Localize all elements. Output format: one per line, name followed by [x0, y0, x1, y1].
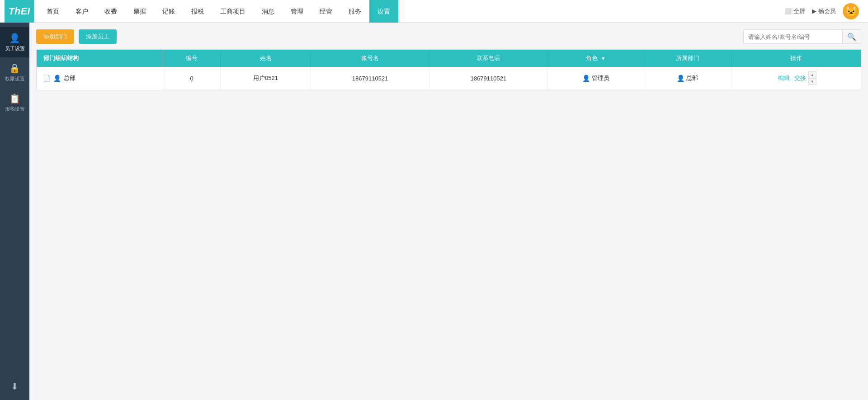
- dept-panel-header: 部门组织结构: [37, 50, 163, 67]
- sidebar-permission-label: 权限设置: [5, 75, 25, 82]
- role-filter-icon[interactable]: ▼: [601, 56, 606, 61]
- dept-item-label: 总部: [64, 74, 75, 82]
- dept-file-icon: 📄: [43, 75, 51, 82]
- col-header-role: 角色 ▼: [547, 50, 644, 67]
- search-area: 🔍: [743, 29, 861, 44]
- col-header-account: 账号名: [311, 50, 429, 67]
- handover-button[interactable]: 交接: [794, 74, 806, 82]
- dept-tree: 📄 👤 总部: [37, 67, 163, 89]
- nav-items: 首页客户收费票据记账报税工商项目消息管理经营服务设置: [34, 0, 784, 23]
- permission-icon: 🔒: [9, 63, 20, 74]
- role-name: 管理员: [592, 74, 609, 82]
- dept-panel-title: 部门组织结构: [43, 55, 79, 61]
- logo-text: ThEI: [9, 5, 30, 17]
- employee-icon: 👤: [9, 33, 20, 43]
- sidebar-item-permission[interactable]: 🔒 权限设置: [0, 57, 29, 88]
- nav-item-客户[interactable]: 客户: [67, 0, 96, 23]
- col-header-name: 姓名: [220, 50, 311, 67]
- nav-item-经营[interactable]: 经营: [311, 0, 340, 23]
- scroll-up-button[interactable]: ▲: [808, 71, 816, 78]
- fullscreen-icon: ⬜: [784, 8, 792, 14]
- sidebar-bottom: ⬇: [0, 377, 29, 400]
- dept-ref-icon: 👤: [677, 75, 684, 82]
- employee-table: 编号 姓名 账号名 联系电话 角: [163, 50, 861, 90]
- cell-actions: 编辑 交接 ▲ ▼: [731, 67, 861, 89]
- table-wrapper: 部门组织结构 📄 👤 总部 编号: [36, 49, 861, 90]
- top-navigation: ThEI 首页客户收费票据记账报税工商项目消息管理经营服务设置 ⬜ 全屏 ▶ 畅…: [0, 0, 868, 23]
- cell-phone: 18679110521: [429, 67, 548, 90]
- edit-button[interactable]: 编辑: [778, 74, 790, 82]
- col-header-actions: 操作: [731, 50, 861, 67]
- main-content: 添加部门 添加员工 🔍 部门组织结构 📄 👤 总部: [29, 23, 868, 400]
- table-header-row: 编号 姓名 账号名 联系电话 角: [163, 50, 861, 67]
- nav-item-工商项目[interactable]: 工商项目: [212, 0, 254, 23]
- row-scroll-buttons: ▲ ▼: [808, 71, 816, 85]
- nav-item-设置[interactable]: 设置: [369, 0, 398, 23]
- cell-id: 0: [163, 67, 220, 90]
- nav-item-票据[interactable]: 票据: [125, 0, 154, 23]
- nav-item-消息[interactable]: 消息: [254, 0, 283, 23]
- cell-role: 👤 管理员: [547, 67, 644, 90]
- nav-item-管理[interactable]: 管理: [283, 0, 311, 23]
- dept-panel: 部门组织结构 📄 👤 总部: [37, 50, 163, 90]
- sidebar-item-tax[interactable]: 📋 报税设置: [0, 88, 29, 118]
- nav-item-记账[interactable]: 记账: [154, 0, 183, 23]
- vip-label: 畅会员: [818, 7, 836, 15]
- sidebar-employee-label: 员工设置: [5, 45, 25, 52]
- search-icon: 🔍: [847, 33, 856, 41]
- add-emp-button[interactable]: 添加员工: [79, 29, 117, 44]
- dept-tree-item[interactable]: 📄 👤 总部: [41, 71, 158, 85]
- download-icon: ⬇: [11, 381, 19, 392]
- fullscreen-label: 全屏: [793, 7, 805, 15]
- role-icon: 👤: [582, 75, 590, 82]
- nav-item-首页[interactable]: 首页: [38, 0, 67, 23]
- nav-right: ⬜ 全屏 ▶ 畅会员 🐱: [784, 3, 859, 19]
- col-header-id: 编号: [163, 50, 220, 67]
- avatar-icon: 🐱: [845, 5, 857, 17]
- cell-account: 18679110521: [311, 67, 429, 90]
- main-layout: 👤 员工设置 🔒 权限设置 📋 报税设置 ⬇ 添加部门 添加员工 🔍: [0, 23, 868, 400]
- nav-item-收费[interactable]: 收费: [96, 0, 125, 23]
- nav-item-报税[interactable]: 报税: [183, 0, 212, 23]
- sidebar: 👤 员工设置 🔒 权限设置 📋 报税设置 ⬇: [0, 23, 29, 400]
- sidebar-item-employee[interactable]: 👤 员工设置: [0, 27, 29, 57]
- sidebar-tax-label: 报税设置: [5, 106, 25, 113]
- vip-button[interactable]: ▶ 畅会员: [812, 7, 836, 15]
- employee-panel: 编号 姓名 账号名 联系电话 角: [163, 50, 861, 90]
- vip-icon: ▶: [812, 8, 816, 14]
- user-avatar[interactable]: 🐱: [843, 3, 859, 19]
- search-input[interactable]: [743, 29, 843, 44]
- toolbar: 添加部门 添加员工 🔍: [36, 29, 861, 44]
- tax-icon: 📋: [9, 93, 20, 104]
- col-header-dept: 所属部门: [644, 50, 731, 67]
- nav-item-服务[interactable]: 服务: [340, 0, 369, 23]
- scroll-down-button[interactable]: ▼: [808, 78, 816, 85]
- dept-name-ref: 总部: [686, 74, 698, 82]
- logo: ThEI: [5, 0, 34, 23]
- search-button[interactable]: 🔍: [843, 29, 861, 44]
- dept-person-icon: 👤: [53, 75, 61, 82]
- add-dept-button[interactable]: 添加部门: [36, 29, 74, 44]
- fullscreen-button[interactable]: ⬜ 全屏: [784, 7, 805, 15]
- sidebar-download-button[interactable]: ⬇: [0, 377, 29, 395]
- table-row: 0 用户0521 18679110521 18679110521 👤 管理员 👤…: [163, 67, 861, 90]
- col-header-phone: 联系电话: [429, 50, 548, 67]
- cell-dept: 👤 总部: [644, 67, 731, 90]
- cell-name: 用户0521: [220, 67, 311, 90]
